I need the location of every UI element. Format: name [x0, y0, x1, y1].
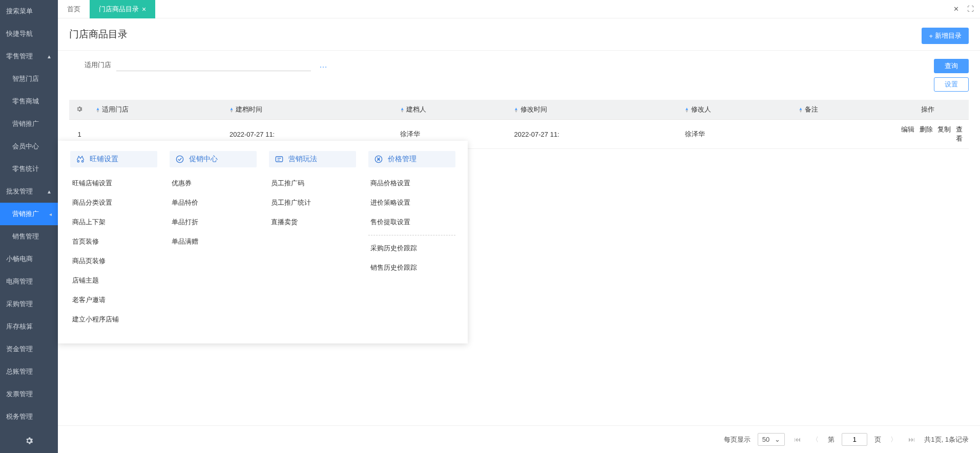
- close-all-icon[interactable]: ✕: [953, 5, 959, 13]
- flyout-item[interactable]: 店铺主题: [70, 271, 157, 290]
- cell-remark: [793, 120, 887, 149]
- sidebar-item-label: 库存核算: [6, 322, 33, 331]
- price-icon: [373, 154, 384, 164]
- action-copy[interactable]: 复制: [937, 125, 951, 133]
- store-input[interactable]: [116, 59, 311, 71]
- flyout-item[interactable]: 员工推广码: [269, 174, 356, 193]
- sort-icon[interactable]: ▲▼: [685, 107, 689, 113]
- column-label: 修改时间: [520, 105, 547, 113]
- sidebar-item-smart-store[interactable]: 智慧门店: [0, 68, 58, 90]
- plus-icon: +: [929, 32, 933, 40]
- flyout-item[interactable]: 商品页装修: [70, 251, 157, 271]
- sort-icon[interactable]: ▲▼: [230, 107, 234, 113]
- sidebar-item-funds-mgmt[interactable]: 资金管理: [0, 338, 58, 360]
- column-modify-time[interactable]: ▲▼修改时间: [508, 100, 679, 120]
- settings-button[interactable]: 设置: [934, 77, 969, 92]
- page-header: 门店商品目录 + 新增目录: [58, 18, 980, 51]
- sidebar-item-retail-mall[interactable]: 零售商城: [0, 90, 58, 113]
- marketing-icon: [274, 154, 284, 164]
- flyout-item[interactable]: 员工推广统计: [269, 193, 356, 212]
- flyout-item[interactable]: 建立小程序店铺: [70, 310, 157, 329]
- sort-icon[interactable]: ▲▼: [799, 107, 803, 113]
- sidebar-item-label: 电商管理: [6, 277, 33, 286]
- sidebar-item-member-center[interactable]: 会员中心: [0, 135, 58, 158]
- sidebar-item-label: 零售统计: [12, 164, 39, 174]
- flyout-item[interactable]: 单品特价: [170, 193, 257, 212]
- close-icon[interactable]: ×: [142, 5, 146, 13]
- sidebar-settings-button[interactable]: [0, 430, 58, 453]
- per-page-select[interactable]: 50 ⌄: [758, 433, 785, 446]
- sidebar-item-quick-nav[interactable]: 快捷导航: [0, 23, 58, 45]
- query-button[interactable]: 查询: [934, 59, 969, 73]
- flyout-item[interactable]: 销售历史价跟踪: [368, 258, 455, 277]
- column-creator[interactable]: ▲▼建档人: [394, 100, 508, 120]
- tab-label: 首页: [67, 5, 80, 14]
- flyout-item[interactable]: 单品打折: [170, 212, 257, 232]
- flyout-header-label: 促销中心: [189, 155, 218, 164]
- sidebar-item-label: 营销推广: [12, 119, 39, 128]
- sidebar-item-invoice-mgmt[interactable]: 发票管理: [0, 383, 58, 405]
- sidebar-item-ledger-mgmt[interactable]: 总账管理: [0, 360, 58, 383]
- column-label: 建档时间: [236, 105, 262, 113]
- sort-icon[interactable]: ▲▼: [400, 107, 404, 113]
- column-create-time[interactable]: ▲▼建档时间: [223, 100, 394, 120]
- sidebar-item-marketing-1[interactable]: 营销推广: [0, 113, 58, 135]
- action-edit[interactable]: 编辑: [901, 125, 914, 133]
- chevron-left-icon: ◂: [49, 211, 52, 217]
- action-view[interactable]: 查看: [956, 125, 963, 142]
- action-delete[interactable]: 删除: [920, 125, 933, 133]
- flyout-item[interactable]: 直播卖货: [269, 212, 356, 232]
- sidebar-item-ec-mgmt[interactable]: 电商管理: [0, 270, 58, 293]
- sidebar-item-inventory[interactable]: 库存核算: [0, 315, 58, 338]
- page-first-icon[interactable]: ⏮: [792, 435, 803, 444]
- sidebar-item-sales-mgmt[interactable]: 销售管理: [0, 225, 58, 248]
- filter-bar: 适用门店 … 查询 设置: [58, 51, 980, 100]
- sidebar-item-retail-mgmt[interactable]: 零售管理▲: [0, 45, 58, 68]
- cell-modifier: 徐泽华: [679, 120, 793, 149]
- column-store[interactable]: ▲▼适用门店: [90, 100, 223, 120]
- column-gear[interactable]: [69, 100, 90, 120]
- sidebar-item-purchase-mgmt[interactable]: 采购管理: [0, 293, 58, 315]
- flyout-header-label: 营销玩法: [288, 155, 317, 164]
- flyout-item[interactable]: 进价策略设置: [368, 193, 455, 212]
- flyout-item[interactable]: 商品价格设置: [368, 174, 455, 193]
- add-catalog-button[interactable]: + 新增目录: [922, 28, 969, 44]
- column-modifier[interactable]: ▲▼修改人: [679, 100, 793, 120]
- fullscreen-icon[interactable]: ⛶: [967, 5, 974, 13]
- sidebar-item-label: 智慧门店: [12, 74, 39, 83]
- sidebar-item-xiaochang-ec[interactable]: 小畅电商: [0, 248, 58, 270]
- sidebar-item-search-menu[interactable]: 搜索菜单: [0, 0, 58, 23]
- flyout-item[interactable]: 单品满赠: [170, 232, 257, 251]
- divider: [368, 235, 455, 235]
- tab-store-catalog[interactable]: 门店商品目录 ×: [90, 0, 155, 18]
- page-last-icon[interactable]: ⏭: [906, 435, 917, 444]
- page-input[interactable]: [842, 433, 867, 446]
- sidebar-item-retail-stats[interactable]: 零售统计: [0, 158, 58, 180]
- flyout-item[interactable]: 老客户邀请: [70, 290, 157, 310]
- flyout-item[interactable]: 首页装修: [70, 232, 157, 251]
- sidebar-item-wholesale-mgmt[interactable]: 批发管理▲: [0, 180, 58, 203]
- sidebar-item-tax-mgmt[interactable]: 税务管理: [0, 405, 58, 428]
- flyout-item[interactable]: 优惠券: [170, 174, 257, 193]
- sidebar-item-label: 批发管理: [6, 187, 33, 196]
- column-remark[interactable]: ▲▼备注: [793, 100, 887, 120]
- promo-icon: [175, 154, 185, 164]
- picker-icon[interactable]: …: [319, 60, 328, 70]
- sort-icon[interactable]: ▲▼: [96, 107, 100, 113]
- flyout-item[interactable]: 售价提取设置: [368, 212, 455, 232]
- cell-modify-time: 2022-07-27 11:: [508, 120, 679, 149]
- flyout-item[interactable]: 采购历史价跟踪: [368, 239, 455, 258]
- flyout-item[interactable]: 商品分类设置: [70, 193, 157, 212]
- flyout-item[interactable]: 商品上下架: [70, 212, 157, 232]
- page-next-icon[interactable]: 〉: [888, 434, 899, 445]
- page-prev-icon[interactable]: 〈: [810, 434, 821, 445]
- column-actions: 操作: [887, 100, 969, 120]
- sidebar-item-label: 采购管理: [6, 299, 33, 309]
- column-label: 修改人: [691, 105, 711, 113]
- cell-actions: 编辑 删除 复制 查看: [887, 120, 969, 149]
- flyout-item[interactable]: 旺铺店铺设置: [70, 174, 157, 193]
- sidebar-item-marketing-2[interactable]: 营销推广◂: [0, 203, 58, 225]
- sidebar-item-label: 零售商城: [12, 97, 39, 106]
- sort-icon[interactable]: ▲▼: [514, 107, 518, 113]
- tab-home[interactable]: 首页: [58, 0, 90, 18]
